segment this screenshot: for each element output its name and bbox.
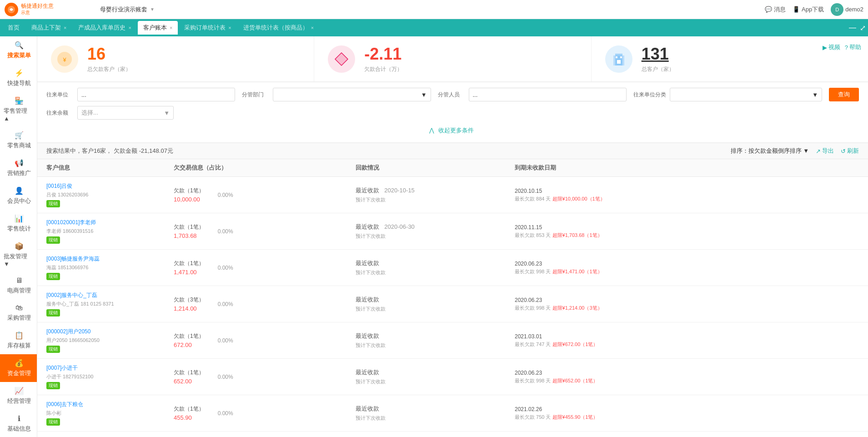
debt-row-6: 欠款（1笔） 652.00 0.00% xyxy=(174,369,356,385)
message-btn[interactable]: 💬 消息 xyxy=(765,5,786,14)
logo-subtitle: 示意 xyxy=(21,10,54,16)
sidebar-item-business-mgmt[interactable]: 📈 经营管理 xyxy=(0,382,37,410)
overdue-amount-3[interactable]: 超限¥1,471.00（1笔） xyxy=(552,269,602,274)
sidebar-item-inventory[interactable]: 📋 库存核算 xyxy=(0,326,37,354)
sidebar-item-quick-nav[interactable]: ⚡ 快捷导航 xyxy=(0,64,37,92)
svg-marker-3 xyxy=(335,53,348,65)
unit-category-dropdown[interactable]: ▼ xyxy=(670,88,822,101)
tab-purchase-order[interactable]: 采购订单统计表 × xyxy=(179,21,236,35)
app-download-btn[interactable]: 📱 App下载 xyxy=(793,5,824,14)
balance-select[interactable]: 选择... ▼ xyxy=(77,106,174,120)
tab-product-shelf-close[interactable]: × xyxy=(64,25,66,30)
overdue-amount-1[interactable]: 超限¥10,000.00（1笔） xyxy=(552,196,605,201)
overdue-date-1: 2020.10.15 xyxy=(515,188,859,194)
export-btn[interactable]: ↗ 导出 xyxy=(816,147,834,155)
batch-mgmt-icon: 📦 xyxy=(15,242,24,251)
sidebar-item-ecommerce[interactable]: 🖥 电商管理 xyxy=(0,272,37,299)
export-label: 导出 xyxy=(822,147,834,155)
overdue-cell-3: 2020.06.23 最长欠款 998 天 超限¥1,471.00（1笔） xyxy=(515,261,859,275)
stat-info-debt: -2.11 欠款合计（万） xyxy=(364,45,402,73)
customer-name-3[interactable]: [0003]畅捷服务尹海蕊 xyxy=(46,256,100,262)
debt-amount-6: 652.00 xyxy=(174,378,204,385)
tab-product-shelf[interactable]: 商品上下架 × xyxy=(26,21,72,35)
table-row: [0002]服务中心_丁磊 服务中心_丁磊 181 0125 8371 现销 欠… xyxy=(37,286,868,322)
stat-icon-building xyxy=(605,45,632,73)
refresh-icon: ↺ xyxy=(841,148,846,155)
tab-purchase-stats-close[interactable]: × xyxy=(311,25,314,30)
tab-purchase-stats[interactable]: 进货单统计表（按商品） × xyxy=(238,21,319,35)
customer-tag-4: 现销 xyxy=(46,309,60,316)
video-btn[interactable]: ▶ 视频 xyxy=(823,43,840,51)
customer-name-2[interactable]: [0001020001]李老师 xyxy=(46,219,96,226)
sort-select[interactable]: 排序：按欠款金额倒序排序 ▼ xyxy=(731,147,809,155)
sort-arrow-icon: ▼ xyxy=(803,147,809,154)
tab-actions: — ⤢ xyxy=(849,24,866,32)
overdue-amount-6[interactable]: 超限¥652.00（1笔） xyxy=(552,378,598,383)
overdue-cell-4: 2020.06.23 最长欠款 998 天 超限¥1,214.00（3笔） xyxy=(515,297,859,311)
sidebar: 🔍 搜索菜单 ⚡ 快捷导航 🏪 零售管理 ▲ 🛒 零售商城 📢 营销推广 👤 会… xyxy=(0,36,37,437)
tab-expand-btn[interactable]: ⤢ xyxy=(860,24,866,32)
sidebar-inventory-label: 库存核算 xyxy=(7,342,31,350)
recovery-cell-7: 最近收款 预计下次收款 xyxy=(356,405,515,422)
overdue-amount-5[interactable]: 超限¥672.00（1笔） xyxy=(552,342,598,347)
overdue-amount-7[interactable]: 超限¥455.90（1笔） xyxy=(552,414,598,420)
tab-product-history-close[interactable]: × xyxy=(128,25,131,30)
sidebar-batch-mgmt-label: 批发管理 ▼ xyxy=(4,252,35,267)
sidebar-search-label: 搜索菜单 xyxy=(7,51,31,60)
tab-customer-account-close[interactable]: × xyxy=(170,25,172,30)
customer-name-6[interactable]: [0007]小进干 xyxy=(46,365,78,371)
user-menu[interactable]: D demo2 xyxy=(831,3,863,16)
sidebar-item-search-menu[interactable]: 🔍 搜索菜单 xyxy=(0,36,37,64)
tab-home[interactable]: 首页 xyxy=(2,21,25,35)
manager-input[interactable]: ... xyxy=(469,88,627,101)
debt-cell-6: 欠款（1笔） 652.00 0.00% xyxy=(174,369,356,385)
debt-row-4: 欠款（3笔） 1,214.00 0.00% xyxy=(174,296,356,312)
top-right: 💬 消息 📱 App下载 D demo2 xyxy=(765,3,863,16)
help-btn[interactable]: ? 帮助 xyxy=(845,43,861,51)
results-bar: 搜索结果中，客户16家， 欠款金额 -21,148.07元 排序：按欠款金额倒序… xyxy=(37,143,868,159)
filter-manager: 分管人员 ... xyxy=(438,88,627,101)
sidebar-item-marketing[interactable]: 📢 营销推广 xyxy=(0,154,37,182)
sidebar-retail-mall-label: 零售商城 xyxy=(7,141,31,150)
recovery-cell-2: 最近收款 2020-06-30 预计下次收款 xyxy=(356,223,515,240)
collapse-row[interactable]: ⋀ 收起更多条件 xyxy=(46,124,859,137)
overdue-amount-2[interactable]: 超限¥1,703.68（1笔） xyxy=(552,232,602,238)
sidebar-item-capital-mgmt[interactable]: 💰 资金管理 xyxy=(0,354,37,382)
sidebar-item-purchase-mgmt[interactable]: 🛍 采购管理 xyxy=(0,299,37,326)
customer-name-7[interactable]: [0006]去下粮仓 xyxy=(46,401,83,407)
sidebar-item-retail-stats[interactable]: 📊 零售统计 xyxy=(0,210,37,237)
company-select[interactable]: 母婴行业演示账套 ▼ xyxy=(100,5,155,14)
logo-area: 畅捷通好生意 示意 xyxy=(5,3,95,16)
business-mgmt-icon: 📈 xyxy=(15,387,24,395)
tab-purchase-order-close[interactable]: × xyxy=(228,25,231,30)
sidebar-item-membership[interactable]: 👤 会员中心 xyxy=(0,182,37,210)
tab-product-history[interactable]: 产成品入库单历史 × xyxy=(73,21,136,35)
refresh-btn[interactable]: ↺ 刷新 xyxy=(841,147,859,155)
stat-card-debt-total: -2.11 欠款合计（万） xyxy=(314,36,591,81)
purchase-mgmt-icon: 🛍 xyxy=(15,304,23,312)
svg-rect-7 xyxy=(617,60,619,64)
stat-icon-diamond xyxy=(328,45,355,73)
customer-name-5[interactable]: [000002]用户2050 xyxy=(46,328,90,335)
tab-shrink-btn[interactable]: — xyxy=(849,24,856,32)
sidebar-item-retail-mall[interactable]: 🛒 零售商城 xyxy=(0,126,37,154)
search-button[interactable]: 查询 xyxy=(829,88,859,101)
customer-name-1[interactable]: [0016]吕俊 xyxy=(46,183,72,189)
tab-customer-account[interactable]: 客户账本 × xyxy=(138,21,178,35)
customer-name-4[interactable]: [0002]服务中心_丁磊 xyxy=(46,292,97,298)
company-dropdown-icon: ▼ xyxy=(150,7,155,12)
overdue-amount-4[interactable]: 超限¥1,214.00（3笔） xyxy=(552,305,602,311)
svg-rect-10 xyxy=(620,56,622,58)
source-unit-input[interactable]: ... xyxy=(77,88,235,101)
customer-cell-6: [0007]小进干 小进干 18279152100 现销 xyxy=(46,364,174,389)
filter-row-1: 往来单位 ... 分管部门 ▼ 分管人员 ... xyxy=(46,88,859,101)
sidebar-item-retail-mgmt[interactable]: 🏪 零售管理 ▲ xyxy=(0,92,37,126)
stat-card-actions: ▶ 视频 ? 帮助 xyxy=(823,43,861,51)
recovery-info-1: 最近收款 2020-10-15 xyxy=(356,186,515,195)
help-icon: ? xyxy=(845,44,848,51)
refresh-label: 刷新 xyxy=(847,147,859,155)
sidebar-item-basic-info[interactable]: ℹ 基础信息 xyxy=(0,410,37,437)
customer-tag-1: 现销 xyxy=(46,200,60,207)
sidebar-item-batch-mgmt[interactable]: 📦 批发管理 ▼ xyxy=(0,237,37,272)
dept-dropdown[interactable]: ▼ xyxy=(273,88,431,101)
